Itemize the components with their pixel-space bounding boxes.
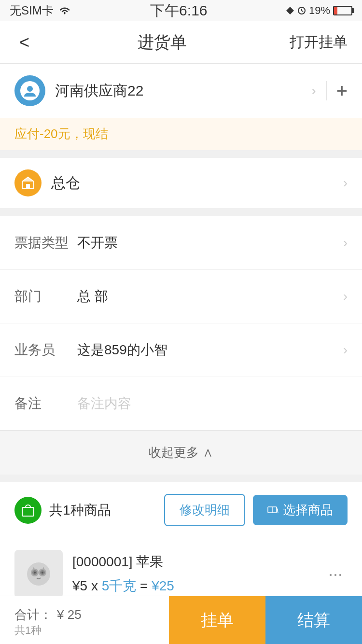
product-thumbnail	[14, 550, 63, 598]
department-chevron-icon: ›	[343, 289, 348, 304]
svg-point-15	[34, 572, 36, 574]
product-info: [0000001] 苹果 ¥5 x 5千克 = ¥25	[72, 553, 323, 595]
invoice-label: 票据类型	[14, 234, 77, 252]
salesman-value: 这是859的小智	[77, 341, 338, 359]
total-count: 共1种	[14, 623, 154, 638]
salesman-label: 业务员	[14, 341, 77, 359]
remark-label: 备注	[14, 394, 77, 413]
warehouse-chevron-icon: ›	[343, 175, 348, 191]
status-right: 19%	[286, 4, 352, 17]
warehouse-name: 总仓	[51, 173, 338, 193]
department-value: 总 部	[77, 287, 338, 306]
department-label: 部门	[14, 287, 77, 306]
edit-detail-button[interactable]: 修改明细	[164, 494, 245, 526]
person-icon	[23, 84, 37, 98]
house-icon	[21, 176, 35, 190]
supplier-row[interactable]: 河南供应商22 › +	[0, 64, 362, 118]
select-product-button[interactable]: 选择商品	[253, 495, 348, 525]
product-price: ¥5 x 5千克 = ¥25	[72, 577, 323, 595]
back-button[interactable]: <	[14, 28, 34, 57]
page-title: 进货单	[138, 31, 187, 54]
battery-icon	[333, 6, 352, 15]
department-row[interactable]: 部门 总 部 ›	[0, 269, 362, 323]
invoice-chevron-icon: ›	[343, 235, 348, 251]
status-carrier: 无SIM卡	[10, 3, 72, 18]
warehouse-icon	[14, 169, 42, 196]
warehouse-row[interactable]: 总仓 ›	[0, 158, 362, 208]
total-amount: 合计： ¥ 25	[14, 603, 154, 623]
products-section: 共1种商品 修改明细 选择商品	[0, 482, 362, 610]
wifi-icon	[57, 6, 72, 15]
open-hang-button[interactable]: 打开挂单	[290, 32, 348, 52]
product-more-button[interactable]: ···	[323, 559, 348, 589]
invoice-value: 不开票	[77, 234, 338, 252]
nav-bar: < 进货单 打开挂单	[0, 21, 362, 64]
svg-rect-5	[22, 507, 34, 516]
svg-line-2	[302, 11, 303, 12]
svg-point-10	[27, 562, 50, 586]
status-time: 下午6:16	[150, 1, 207, 21]
location-icon	[286, 6, 294, 15]
warehouse-section: 总仓 ›	[0, 158, 362, 208]
form-section: 票据类型 不开票 › 部门 总 部 › 业务员 这是859的小智 › 备注 备注…	[0, 216, 362, 475]
cart-icon	[267, 504, 279, 516]
supplier-name: 河南供应商22	[55, 81, 306, 101]
supplier-divider	[326, 81, 327, 100]
salesman-chevron-icon: ›	[343, 342, 348, 358]
add-button[interactable]: +	[336, 80, 348, 102]
svg-rect-4	[26, 184, 30, 189]
shopping-bag-icon	[20, 503, 36, 518]
payment-hint: 应付-20元，现结	[0, 118, 362, 150]
product-name: [0000001] 苹果	[72, 553, 323, 571]
status-bar: 无SIM卡 下午6:16 19%	[0, 0, 362, 21]
bottom-bar: 合计： ¥ 25 共1种 挂单 结算	[0, 596, 362, 644]
svg-point-3	[27, 86, 33, 92]
checkout-button[interactable]: 结算	[265, 596, 362, 644]
supplier-section: 河南供应商22 › + 应付-20元，现结	[0, 64, 362, 150]
salesman-row[interactable]: 业务员 这是859的小智 ›	[0, 323, 362, 377]
alarm-icon	[297, 6, 306, 15]
supplier-chevron-icon: ›	[311, 83, 316, 98]
remark-row[interactable]: 备注 备注内容	[0, 377, 362, 430]
remark-value: 备注内容	[77, 394, 348, 413]
products-count: 共1种商品	[49, 501, 156, 519]
owl-icon	[24, 560, 53, 588]
supplier-avatar	[14, 75, 45, 106]
svg-point-16	[42, 572, 43, 574]
invoice-row[interactable]: 票据类型 不开票 ›	[0, 216, 362, 269]
total-section: 合计： ¥ 25 共1种	[0, 603, 169, 638]
products-header: 共1种商品 修改明细 选择商品	[0, 482, 362, 538]
main-content: 河南供应商22 › + 应付-20元，现结 总仓 › 票据类型 不开票 ›	[0, 64, 362, 644]
hang-order-button[interactable]: 挂单	[169, 596, 265, 644]
collapse-button[interactable]: 收起更多 ∧	[0, 430, 362, 475]
products-icon	[14, 497, 42, 524]
